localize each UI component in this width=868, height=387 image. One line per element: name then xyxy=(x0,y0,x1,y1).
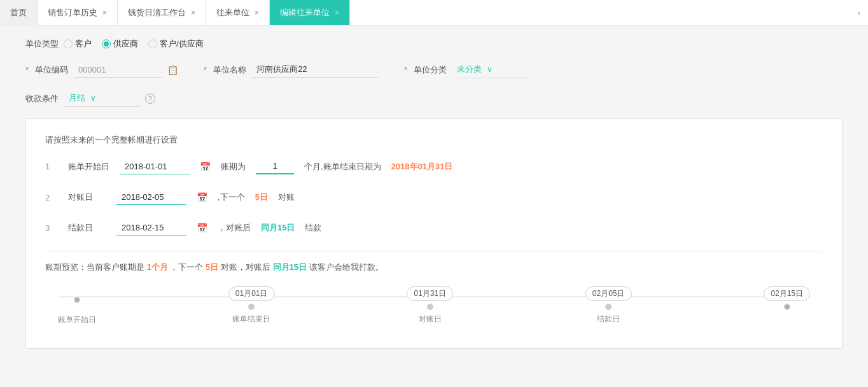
radio-supplier-circle xyxy=(102,39,111,48)
unit-name-group: * 单位名称 xyxy=(204,62,379,78)
period-sep: 账期为 xyxy=(221,161,246,172)
payment-date-input[interactable] xyxy=(116,220,186,236)
tab-home[interactable]: 首页 xyxy=(0,0,38,25)
page-content: 单位类型 客户 供应商 客户/供应商 * 单位编码 xyxy=(0,25,868,387)
unit-info-row: * 单位编码 📋 * 单位名称 * 单位分类 未分类 ∨ xyxy=(25,61,843,78)
reconcile-date-input[interactable] xyxy=(116,190,186,205)
payment-date-label: 结款日 xyxy=(68,222,106,234)
radio-both[interactable]: 客户/供应商 xyxy=(148,38,204,50)
timeline: 账单开始日 01月01日 账单结束日 01月31日 对账日 xyxy=(45,288,823,333)
unit-type-group: 单位类型 客户 供应商 客户/供应商 xyxy=(25,38,204,50)
tab-cash-reconcile[interactable]: 钱货日清工作台 × xyxy=(118,0,206,25)
unit-category-group: * 单位分类 未分类 ∨ xyxy=(404,61,528,78)
tab-cash-reconcile-close[interactable]: × xyxy=(191,8,195,17)
reconcile-note-suffix: 对账 xyxy=(278,192,295,203)
row-num-1: 1 xyxy=(45,162,58,171)
tab-sales-order[interactable]: 销售订单历史 × xyxy=(38,0,118,25)
preview-suffix: 该客户会给我打款。 xyxy=(309,262,384,272)
radio-both-circle xyxy=(148,39,157,48)
unit-code-group: * 单位编码 📋 xyxy=(25,62,178,78)
payment-note-suffix: 结款 xyxy=(305,222,321,234)
row-num-3: 3 xyxy=(45,223,58,233)
tl-dot-4 xyxy=(784,304,790,310)
reconcile-date-cal-icon[interactable]: 📅 xyxy=(197,192,207,202)
radio-customer-label: 客户 xyxy=(75,38,92,50)
setting-row-1: 1 账单开始日 📅 账期为 个月,账单结束日期为 2018年01月31日 xyxy=(45,158,823,174)
payment-condition-chevron: ∨ xyxy=(90,94,96,102)
payment-condition-value: 月结 xyxy=(69,92,85,104)
tl-sub-1: 账单结束日 xyxy=(232,314,270,325)
radio-supplier-label: 供应商 xyxy=(113,38,138,50)
tab-counterpart-close[interactable]: × xyxy=(255,8,259,17)
start-date-cal-icon[interactable]: 📅 xyxy=(200,162,211,172)
tl-label-2: 01月31日 xyxy=(407,286,453,301)
start-date-label: 账单开始日 xyxy=(68,161,109,172)
preview-part1: 1个月 xyxy=(147,262,168,272)
tl-sub-0: 账单开始日 xyxy=(58,314,96,325)
preview-section: 账期预览：当前客户账期是 1个月 ，下一个 5日 对账，对账后 同月15日 该客… xyxy=(45,251,823,333)
tl-dot-3 xyxy=(605,304,612,310)
tl-point-0: 账单开始日 xyxy=(58,292,96,325)
unit-type-row: 单位类型 客户 供应商 客户/供应商 xyxy=(25,38,843,50)
tab-edit-counterpart[interactable]: 编辑往来单位 × xyxy=(270,0,350,25)
preview-part2: 5日 xyxy=(206,262,218,272)
tab-edit-counterpart-close[interactable]: × xyxy=(335,8,339,17)
radio-customer-circle xyxy=(64,39,73,48)
unit-name-label: 单位名称 xyxy=(213,64,246,76)
period-input[interactable] xyxy=(256,158,294,174)
timeline-points: 账单开始日 01月01日 账单结束日 01月31日 对账日 xyxy=(58,292,810,330)
payment-date-cal-icon[interactable]: 📅 xyxy=(197,223,207,233)
radio-both-label: 客户/供应商 xyxy=(160,38,204,50)
chevron-down-icon: ∨ xyxy=(487,65,493,74)
setting-row-2: 2 对账日 📅 ,下一个 5日 对账 xyxy=(45,190,823,205)
preview-prefix: 账期预览：当前客户账期是 xyxy=(45,262,144,272)
payment-condition-select[interactable]: 月结 ∨ xyxy=(64,90,140,107)
radio-customer[interactable]: 客户 xyxy=(64,38,92,50)
tab-home-label: 首页 xyxy=(10,7,27,18)
payment-note-highlight: 同月15日 xyxy=(261,222,295,234)
unit-category-select[interactable]: 未分类 ∨ xyxy=(452,61,528,78)
unit-name-star: * xyxy=(204,65,207,74)
tl-point-1: 01月01日 账单结束日 xyxy=(228,286,275,325)
preview-mid2: 对账，对账后 xyxy=(221,262,270,272)
preview-mid1: ，下一个 xyxy=(170,262,203,272)
unit-name-input[interactable] xyxy=(251,62,379,78)
radio-supplier[interactable]: 供应商 xyxy=(102,38,138,50)
tl-label-4: 02月15日 xyxy=(764,286,810,301)
tl-label-3: 02月05日 xyxy=(585,286,632,301)
unit-code-input[interactable] xyxy=(73,62,162,78)
tl-point-2: 01月31日 对账日 xyxy=(407,286,453,325)
card-instruction: 请按照未来的一个完整帐期进行设置 xyxy=(45,134,823,146)
tl-point-4: 02月15日 xyxy=(764,286,810,314)
payment-condition-label: 收款条件 xyxy=(25,93,59,104)
unit-category-value: 未分类 xyxy=(457,64,482,75)
tl-dot-2 xyxy=(427,304,433,310)
payment-condition-group: 收款条件 月结 ∨ ? xyxy=(25,90,155,107)
start-date-input[interactable] xyxy=(120,159,190,174)
tab-bar: 首页 销售订单历史 × 钱货日清工作台 × 往来单位 × 编辑往来单位 × › xyxy=(0,0,868,25)
tab-counterpart-label: 往来单位 xyxy=(216,7,249,18)
tl-dot-1 xyxy=(248,304,255,310)
tab-edit-counterpart-label: 编辑往来单位 xyxy=(280,7,330,18)
radio-group: 客户 供应商 客户/供应商 xyxy=(64,38,204,50)
tab-counterpart[interactable]: 往来单位 × xyxy=(206,0,270,25)
tab-arrow[interactable]: › xyxy=(850,8,868,18)
tl-sub-2: 对账日 xyxy=(419,314,442,325)
tl-label-1: 01月01日 xyxy=(228,286,275,301)
unit-code-star: * xyxy=(25,65,29,74)
setting-row-3: 3 结款日 📅 ，对账后 同月15日 结款 xyxy=(45,220,823,236)
tab-sales-order-label: 销售订单历史 xyxy=(48,7,97,18)
reconcile-note-prefix: ,下一个 xyxy=(218,192,245,203)
unit-code-label: 单位编码 xyxy=(35,64,68,76)
row-num-2: 2 xyxy=(45,193,58,202)
tl-dot-0 xyxy=(74,297,80,303)
payment-note-prefix: ，对账后 xyxy=(218,222,251,234)
unit-category-label: 单位分类 xyxy=(414,64,447,76)
reconcile-note-highlight: 5日 xyxy=(255,192,268,203)
period-unit: 个月,账单结束日期为 xyxy=(304,161,381,172)
unit-code-icon[interactable]: 📋 xyxy=(167,65,178,75)
tab-sales-order-close[interactable]: × xyxy=(102,8,107,17)
tl-point-3: 02月05日 结款日 xyxy=(585,286,632,325)
unit-type-label: 单位类型 xyxy=(25,38,59,50)
help-icon[interactable]: ? xyxy=(145,94,155,104)
